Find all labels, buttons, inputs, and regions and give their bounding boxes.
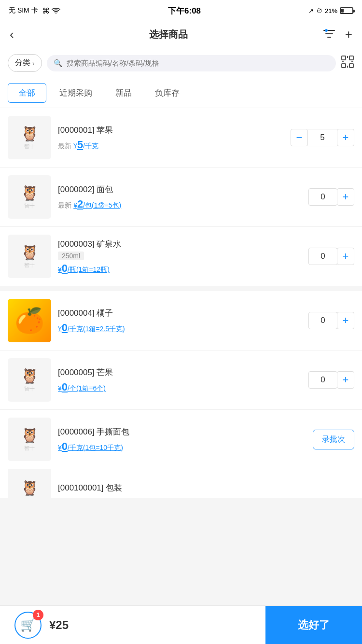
product-price: 最新 ¥5/千克	[58, 139, 284, 151]
batch-control: 录批次	[313, 430, 354, 449]
product-info: [000100001] 包装	[58, 482, 354, 493]
list-item: 🦉 智十 [0000005] 芒果 ¥0/个(1箱=6个) +	[0, 350, 362, 410]
qty-input[interactable]	[308, 248, 337, 265]
wifi-icon: ⌘	[42, 6, 60, 15]
status-time: 下午6:08	[168, 5, 201, 16]
qty-input[interactable]	[308, 129, 337, 146]
product-name: [0000003] 矿泉水	[58, 238, 302, 250]
confirm-button[interactable]: 选好了	[265, 606, 362, 644]
owl-icon: 🦉	[21, 244, 39, 261]
owl-icon: 🦉	[21, 184, 39, 201]
product-list: 🦉 智十 [0000001] 苹果 最新 ¥5/千克 − + 🦉 智十 [000…	[0, 108, 362, 542]
qty-minus-button[interactable]: −	[291, 129, 308, 146]
svg-rect-5	[349, 56, 353, 60]
cart-area: 🛒 1 ¥25	[0, 612, 265, 639]
price-value: 0	[62, 381, 68, 393]
search-box[interactable]: 🔍	[47, 55, 336, 71]
qty-input[interactable]	[308, 188, 337, 206]
price-unit: /千克(1包=10千克)	[68, 444, 123, 451]
price-unit: /瓶(1箱=12瓶)	[68, 266, 110, 273]
price-value: 0	[62, 262, 68, 274]
product-spec: 250ml	[58, 252, 84, 260]
search-input[interactable]	[67, 59, 329, 67]
tabs: 全部 近期采购 新品 负库存	[0, 78, 362, 108]
price-currency: ¥	[73, 201, 77, 209]
product-info: [0000003] 矿泉水 250ml ¥0/瓶(1箱=12瓶)	[58, 238, 302, 275]
list-item: 🦉 智十 [0000006] 手撕面包 ¥0/千克(1包=10千克) 录批次	[0, 410, 362, 469]
qty-plus-button[interactable]: +	[337, 248, 354, 265]
product-name: [0000002] 面包	[58, 184, 302, 195]
list-item: 🦉 [000100001] 包装	[0, 469, 362, 498]
nav-actions: +	[323, 27, 352, 42]
price-unit: /千克	[83, 142, 98, 150]
svg-rect-4	[342, 56, 346, 60]
qty-input[interactable]	[308, 312, 337, 329]
price-label: 最新	[58, 201, 71, 209]
svg-rect-7	[349, 64, 353, 68]
price-value: 2	[77, 198, 83, 210]
qty-plus-button[interactable]: +	[337, 188, 354, 206]
product-price: 最新 ¥2/包(1袋=5包)	[58, 198, 302, 210]
price-value: 0	[62, 322, 68, 334]
price-value: 0	[62, 440, 68, 452]
location-icon: ↗	[308, 7, 314, 14]
carrier-text: 无 SIM 卡	[9, 6, 38, 15]
product-info: [0000006] 手撕面包 ¥0/千克(1包=10千克)	[58, 426, 306, 453]
tab-all[interactable]: 全部	[8, 83, 46, 103]
qty-plus-button[interactable]: +	[337, 371, 354, 389]
toolbar: 分类 › 🔍	[0, 48, 362, 78]
cart-icon: 🛒	[20, 617, 36, 632]
product-name: [0000005] 芒果	[58, 367, 302, 378]
svg-point-3	[325, 29, 327, 31]
product-price: ¥0/千克(1包=10千克)	[58, 440, 306, 453]
scan-icon[interactable]	[341, 55, 354, 71]
chevron-right-icon: ›	[32, 59, 35, 67]
product-price: ¥0/个(1箱=6个)	[58, 381, 302, 393]
product-thumbnail: 🦉	[8, 469, 51, 498]
add-button[interactable]: +	[345, 27, 352, 42]
product-name: [0000006] 手撕面包	[58, 426, 306, 437]
qty-input[interactable]	[308, 371, 337, 389]
quantity-control: +	[308, 312, 354, 329]
list-item: 🦉 智十 [0000002] 面包 最新 ¥2/包(1袋=5包) +	[0, 168, 362, 227]
price-value: 5	[77, 139, 83, 151]
battery-percent: 21%	[325, 7, 337, 14]
nav-bar: ‹ 选择商品 +	[0, 21, 362, 48]
product-info: [0000004] 橘子 ¥0/千克(1箱=2.5千克)	[58, 308, 302, 334]
quantity-control: − +	[291, 129, 354, 146]
status-right: ↗ ⏱ 21%	[308, 7, 353, 14]
battery-icon	[340, 7, 353, 14]
product-info: [0000001] 苹果 最新 ¥5/千克	[58, 125, 284, 151]
product-name: [0000001] 苹果	[58, 125, 284, 136]
section-divider	[0, 286, 362, 291]
list-item: 🦉 智十 [0000003] 矿泉水 250ml ¥0/瓶(1箱=12瓶) +	[0, 227, 362, 286]
cart-total: ¥25	[49, 618, 69, 632]
price-currency: ¥	[73, 142, 77, 150]
list-item: 🍊 [0000004] 橘子 ¥0/千克(1箱=2.5千克) +	[0, 291, 362, 350]
tab-recent[interactable]: 近期采购	[49, 83, 102, 103]
search-icon: 🔍	[54, 59, 63, 68]
quantity-control: +	[308, 371, 354, 389]
product-thumbnail: 🦉 智十	[8, 418, 51, 461]
page-title: 选择商品	[149, 28, 188, 41]
cart-badge: 1	[33, 610, 43, 620]
tab-negative[interactable]: 负库存	[145, 83, 190, 103]
tab-new[interactable]: 新品	[105, 83, 142, 103]
price-currency: ¥	[58, 325, 62, 333]
qty-plus-button[interactable]: +	[337, 312, 354, 329]
owl-icon: 🦉	[21, 125, 39, 142]
batch-button[interactable]: 录批次	[313, 430, 354, 449]
alarm-icon: ⏱	[316, 7, 322, 14]
product-price: ¥0/瓶(1箱=12瓶)	[58, 262, 302, 275]
product-thumbnail: 🍊	[8, 299, 51, 342]
price-label: 最新	[58, 142, 71, 150]
product-name: [0000004] 橘子	[58, 308, 302, 319]
bottom-bar: 🛒 1 ¥25 选好了	[0, 605, 362, 644]
svg-rect-6	[342, 64, 346, 68]
status-left: 无 SIM 卡 ⌘	[9, 6, 60, 15]
category-button[interactable]: 分类 ›	[8, 54, 42, 72]
cart-icon-wrap[interactable]: 🛒 1	[14, 612, 42, 639]
back-button[interactable]: ‹	[10, 27, 14, 42]
qty-plus-button[interactable]: +	[337, 129, 354, 146]
filter-icon[interactable]	[323, 28, 335, 41]
